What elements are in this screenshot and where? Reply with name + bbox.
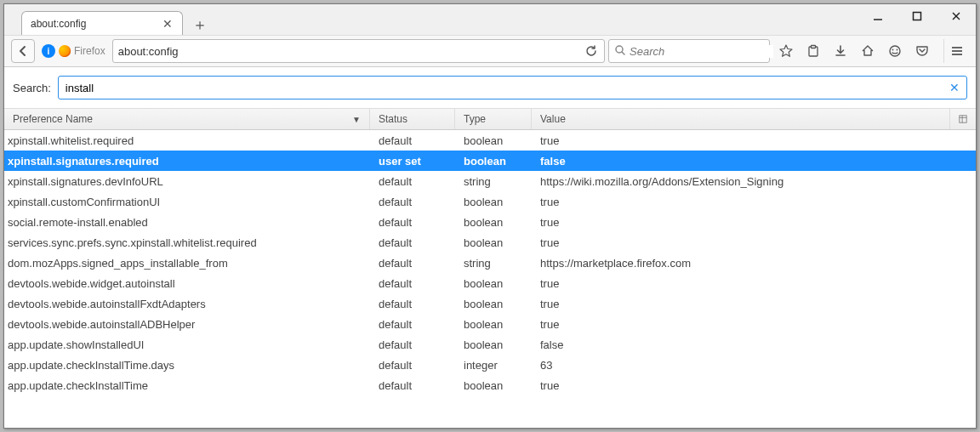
cell-name: app.update.checkInstallTime (4, 379, 370, 392)
clipboard-icon[interactable] (806, 43, 821, 59)
cell-name: devtools.webide.widget.autoinstall (4, 277, 370, 290)
table-row[interactable]: app.update.checkInstallTimedefaultboolea… (4, 375, 976, 395)
cell-status: user set (370, 155, 455, 168)
cell-name: xpinstall.signatures.devInfoURL (4, 175, 370, 188)
svg-point-11 (897, 49, 898, 51)
table-row[interactable]: xpinstall.customConfirmationUIdefaultboo… (4, 191, 976, 212)
bookmark-star-icon[interactable] (778, 43, 794, 59)
table-row[interactable]: xpinstall.whitelist.requireddefaultboole… (4, 130, 976, 151)
url-input[interactable] (118, 45, 578, 58)
toolbar-icons (773, 43, 935, 59)
cell-status: default (370, 318, 455, 331)
cell-type: string (455, 175, 532, 188)
cell-type: boolean (455, 216, 532, 229)
window-minimize-button[interactable] (858, 4, 897, 28)
site-identity[interactable]: i Firefox (38, 44, 109, 58)
filter-box[interactable]: ✕ (58, 76, 967, 99)
cell-value: false (532, 338, 976, 351)
cell-type: string (455, 257, 532, 270)
cell-name: xpinstall.whitelist.required (4, 134, 370, 147)
column-header-type[interactable]: Type (455, 109, 532, 129)
info-icon: i (42, 44, 55, 58)
search-bar[interactable] (608, 39, 770, 63)
cell-name: app.update.showInstalledUI (4, 338, 370, 351)
cell-value: true (532, 379, 976, 392)
new-tab-button[interactable]: ＋ (188, 14, 212, 35)
cell-status: default (370, 196, 455, 208)
browser-window: about:config ✕ ＋ i Firefox (3, 3, 977, 429)
cell-value: false (532, 155, 976, 168)
url-bar[interactable] (112, 39, 605, 63)
table-row[interactable]: app.update.showInstalledUIdefaultboolean… (4, 334, 976, 355)
cell-status: default (370, 379, 455, 392)
reload-icon[interactable] (584, 45, 599, 57)
svg-rect-7 (812, 46, 816, 48)
cell-status: default (370, 359, 455, 372)
cell-type: boolean (455, 155, 532, 168)
cell-type: boolean (455, 338, 532, 351)
column-picker-icon[interactable] (950, 109, 976, 129)
column-header-name[interactable]: Preference Name ▼ (4, 109, 370, 129)
cell-name: social.remote-install.enabled (4, 216, 370, 229)
cell-value: true (532, 318, 976, 331)
cell-name: app.update.checkInstallTime.days (4, 359, 370, 372)
svg-line-5 (622, 52, 624, 54)
cell-name: devtools.webide.autoinstallADBHelper (4, 318, 370, 331)
cell-status: default (370, 216, 455, 229)
back-button[interactable] (11, 39, 35, 63)
cell-name: devtools.webide.autoinstallFxdtAdapters (4, 298, 370, 310)
cell-status: default (370, 175, 455, 188)
column-header-value[interactable]: Value (532, 109, 950, 129)
cell-status: default (370, 338, 455, 351)
tab-close-icon[interactable]: ✕ (162, 18, 174, 30)
title-bar: about:config ✕ ＋ (4, 4, 976, 35)
table-row[interactable]: app.update.checkInstallTime.daysdefaulti… (4, 355, 976, 375)
filter-input[interactable] (66, 82, 949, 94)
navigation-toolbar: i Firefox (4, 35, 976, 67)
cell-value: https://marketplace.firefox.com (532, 257, 976, 270)
cell-value: true (532, 196, 976, 208)
column-header-status[interactable]: Status (370, 109, 455, 129)
table-row[interactable]: xpinstall.signatures.requireduser setboo… (4, 151, 976, 171)
table-row[interactable]: dom.mozApps.signed_apps_installable_from… (4, 253, 976, 273)
download-icon[interactable] (833, 43, 848, 59)
window-controls (858, 4, 976, 28)
table-row[interactable]: social.remote-install.enableddefaultbool… (4, 212, 976, 232)
table-row[interactable]: devtools.webide.autoinstallFxdtAdaptersd… (4, 293, 976, 314)
sort-indicator-icon: ▼ (352, 115, 361, 124)
svg-rect-15 (960, 116, 966, 122)
cell-type: integer (455, 359, 532, 372)
search-input[interactable] (630, 45, 773, 58)
cell-type: boolean (455, 298, 532, 310)
table-row[interactable]: services.sync.prefs.sync.xpinstall.white… (4, 232, 976, 253)
table-row[interactable]: devtools.webide.autoinstallADBHelperdefa… (4, 314, 976, 334)
table-row[interactable]: xpinstall.signatures.devInfoURLdefaultst… (4, 171, 976, 191)
clear-filter-icon[interactable]: ✕ (949, 81, 960, 94)
window-maximize-button[interactable] (897, 4, 937, 28)
smiley-icon[interactable] (887, 43, 903, 59)
cell-value: true (532, 216, 976, 229)
cell-name: services.sync.prefs.sync.xpinstall.white… (4, 236, 370, 249)
window-close-button[interactable] (937, 4, 976, 28)
cell-type: boolean (455, 196, 532, 208)
home-icon[interactable] (860, 43, 875, 59)
cell-type: boolean (455, 236, 532, 249)
svg-rect-1 (914, 13, 921, 20)
pocket-icon[interactable] (914, 43, 930, 59)
firefox-identity: Firefox (59, 45, 105, 57)
tab-strip: about:config ✕ ＋ (4, 4, 212, 35)
menu-button[interactable] (943, 39, 969, 63)
about-config-content: Search: ✕ Preference Name ▼ Status Type … (4, 67, 976, 428)
filter-row: Search: ✕ (4, 67, 976, 108)
tab-title: about:config (31, 18, 162, 30)
cell-value: true (532, 134, 976, 147)
cell-name: xpinstall.signatures.required (4, 155, 370, 168)
table-row[interactable]: devtools.webide.widget.autoinstalldefaul… (4, 273, 976, 293)
cell-value: true (532, 277, 976, 290)
browser-tab[interactable]: about:config ✕ (21, 11, 183, 35)
cell-status: default (370, 277, 455, 290)
table-header: Preference Name ▼ Status Type Value (4, 108, 976, 130)
cell-value: 63 (532, 359, 976, 372)
search-icon (614, 44, 626, 59)
cell-type: boolean (455, 318, 532, 331)
